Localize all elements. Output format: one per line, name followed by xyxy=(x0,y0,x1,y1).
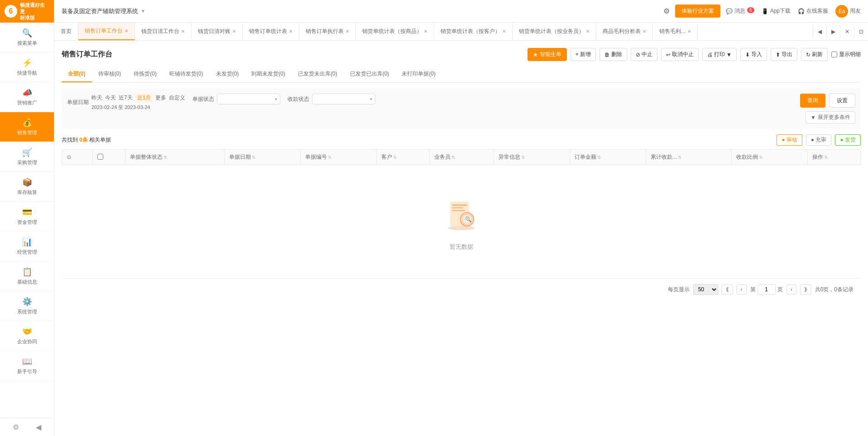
col-header-operation: 操作⇅ xyxy=(808,150,861,165)
tab-close-icon[interactable]: ✕ xyxy=(643,29,646,34)
tab-close-icon[interactable]: ✕ xyxy=(586,29,590,34)
filter-tab-到期未发货[interactable]: 到期未发货(0) xyxy=(245,66,292,82)
settings-form-button[interactable]: 设置 xyxy=(829,94,855,108)
table-gear-icon[interactable]: ⚙ xyxy=(67,154,72,161)
page-first-btn[interactable]: ⟪ xyxy=(722,284,733,294)
tab-3[interactable]: 钱货日清对账✕ xyxy=(192,23,243,40)
audit-button[interactable]: ● 审核 xyxy=(777,134,802,146)
tab-close-icon[interactable]: ✕ xyxy=(125,28,128,33)
tab-9[interactable]: 商品毛利分析表✕ xyxy=(596,23,653,40)
filter-tab-待审核[interactable]: 待审核(0) xyxy=(92,66,128,82)
expand-icon: ▼ xyxy=(810,114,816,121)
filter-tab-已发货已出库[interactable]: 已发货已出库(0) xyxy=(344,66,396,82)
header-settings-icon[interactable]: ⚙ xyxy=(663,7,670,15)
cancel-audit-button[interactable]: ● 充审 xyxy=(806,134,832,146)
sidebar-item-采购管理[interactable]: 🛒采购管理 xyxy=(0,142,54,172)
tab-4[interactable]: 销售订单统计表✕ xyxy=(243,23,299,40)
app-download-action[interactable]: 📱 App下载 xyxy=(762,7,791,15)
sidebar-icon: 🛒 xyxy=(22,147,32,157)
sidebar-icon: 💰 xyxy=(22,118,32,128)
page-last-btn[interactable]: ⟫ xyxy=(800,284,811,294)
experience-button[interactable]: 体验行业方案 xyxy=(675,5,720,18)
add-button[interactable]: + 新增 xyxy=(571,48,596,61)
collapse-icon[interactable]: ◀ xyxy=(36,423,41,431)
tab-1[interactable]: 销售订单工作台✕ xyxy=(78,23,135,40)
select-all-checkbox[interactable] xyxy=(97,154,103,160)
page-prev-btn[interactable]: ‹ xyxy=(737,284,747,294)
filter-tab-未打印单据[interactable]: 未打印单据(0) xyxy=(395,66,442,82)
tab-close-icon[interactable]: ✕ xyxy=(232,29,236,34)
sidebar-label: 销售管理 xyxy=(17,129,37,136)
page-next-btn[interactable]: › xyxy=(786,284,796,294)
sidebar-label: 经营管理 xyxy=(17,249,37,256)
tab-close-icon[interactable]: ✕ xyxy=(502,29,506,34)
tab-prev-btn[interactable]: ◀ xyxy=(813,25,826,38)
sidebar-item-库存核算[interactable]: 📦库存核算 xyxy=(0,172,54,202)
payment-select[interactable] xyxy=(312,94,375,104)
filter-tab-已发货未出库[interactable]: 已发货未出库(0) xyxy=(292,66,344,82)
tab-2[interactable]: 钱货日清工作台✕ xyxy=(135,23,192,40)
sidebar-item-系统管理[interactable]: ⚙️系统管理 xyxy=(0,291,54,321)
sidebar-label: 资金管理 xyxy=(17,219,37,226)
tab-close-icon[interactable]: ✕ xyxy=(345,29,349,34)
filter-tab-待拣货[interactable]: 待拣货(0) xyxy=(127,66,163,82)
sidebar-item-资金管理[interactable]: 💳资金管理 xyxy=(0,202,54,232)
online-service-action[interactable]: 🎧 在线客服 xyxy=(798,7,828,15)
tab-next-btn[interactable]: ▶ xyxy=(826,25,840,38)
sidebar-item-销售管理[interactable]: 💰销售管理 xyxy=(0,112,54,142)
date-shortcut-更多[interactable]: 更多 xyxy=(155,94,166,102)
tab-close-icon[interactable]: ✕ xyxy=(289,29,293,34)
tab-close-btn[interactable]: ✕ xyxy=(840,25,854,38)
per-page-select[interactable]: 50 100 200 xyxy=(693,284,718,295)
sidebar-item-基础信息[interactable]: 📋基础信息 xyxy=(0,261,54,291)
tab-0[interactable]: 首页 xyxy=(54,23,78,40)
query-button[interactable]: 查询 xyxy=(800,94,825,108)
export-button[interactable]: ⬆ 导出 xyxy=(771,48,797,61)
import-button[interactable]: ⬇ 导入 xyxy=(740,48,767,61)
cancel-stop-button[interactable]: ↩ 取消中止 xyxy=(661,48,699,61)
tab-5[interactable]: 销售订单执行表✕ xyxy=(299,23,356,40)
settings-bottom-icon[interactable]: ⚙ xyxy=(13,423,19,431)
tab-10[interactable]: 销售毛利...✕ xyxy=(653,23,698,40)
sidebar-item-新手引导[interactable]: 📖新手引导 xyxy=(0,351,54,381)
sidebar-item-营销推广[interactable]: 📣营销推广 xyxy=(0,82,54,112)
refresh-button[interactable]: ↻ 刷新 xyxy=(801,48,828,61)
send-button[interactable]: ● 发货 xyxy=(835,134,861,146)
date-value-display: 2023-02-24 至 2023-03-24 xyxy=(91,104,185,111)
tab-close-icon[interactable]: ✕ xyxy=(687,29,691,34)
date-shortcut-近7天[interactable]: 近7天 xyxy=(119,94,133,102)
print-button[interactable]: 🖨 打印 ▼ xyxy=(702,48,737,61)
svg-point-0 xyxy=(448,226,474,230)
date-shortcut-今天[interactable]: 今天 xyxy=(105,94,116,102)
sidebar-item-经营管理[interactable]: 📊经营管理 xyxy=(0,232,54,261)
sidebar-item-快捷导航[interactable]: ⚡快捷导航 xyxy=(0,52,54,82)
user-action[interactable]: Ea 用友 xyxy=(835,5,861,18)
filter-tab-全部[interactable]: 全部(0) xyxy=(62,66,92,82)
page-input[interactable] xyxy=(758,284,776,294)
tab-label: 销售订单统计表 xyxy=(249,28,287,35)
tab-close-icon[interactable]: ✕ xyxy=(181,29,185,34)
detail-checkbox[interactable] xyxy=(831,52,837,57)
tab-close-icon[interactable]: ✕ xyxy=(424,29,427,34)
date-shortcut-昨天[interactable]: 昨天 xyxy=(91,94,102,102)
sidebar-item-搜索菜单[interactable]: 🔍搜索菜单 xyxy=(0,23,54,52)
filter-tab-未发货[interactable]: 未发货(0) xyxy=(210,66,245,82)
tab-7[interactable]: 销货单统计表（按客户）✕ xyxy=(434,23,513,40)
date-shortcut-自定义[interactable]: 自定义 xyxy=(169,94,185,102)
logo-icon: 6 xyxy=(5,5,17,18)
expand-conditions-button[interactable]: ▼ 展开更多条件 xyxy=(806,111,855,123)
sidebar-icon: 🤝 xyxy=(22,327,32,336)
smart-gen-button[interactable]: ★ 智能生单 xyxy=(528,48,567,61)
delete-button[interactable]: 🗑 删除 xyxy=(599,48,627,61)
detail-checkbox-label[interactable]: 显示明细 xyxy=(831,51,861,58)
filter-tabs: 全部(0)待审核(0)待拣货(0)旺铺待发货(0)未发货(0)到期未发货(0)已… xyxy=(62,66,861,83)
stop-button[interactable]: ⊘ 中止 xyxy=(631,48,657,61)
tab-6[interactable]: 销货单统计表（按商品）✕ xyxy=(356,23,434,40)
message-action[interactable]: 💬 消息 6 xyxy=(726,7,754,15)
tab-8[interactable]: 销货单统计表（按业务员）✕ xyxy=(513,23,596,40)
sidebar-item-企业协同[interactable]: 🤝企业协同 xyxy=(0,321,54,351)
tab-expand-btn[interactable]: ⊡ xyxy=(854,25,868,38)
filter-tab-旺铺待发货[interactable]: 旺铺待发货(0) xyxy=(163,66,210,82)
status-select[interactable] xyxy=(217,94,280,104)
date-shortcut-近1月[interactable]: 近1月 xyxy=(135,94,153,102)
